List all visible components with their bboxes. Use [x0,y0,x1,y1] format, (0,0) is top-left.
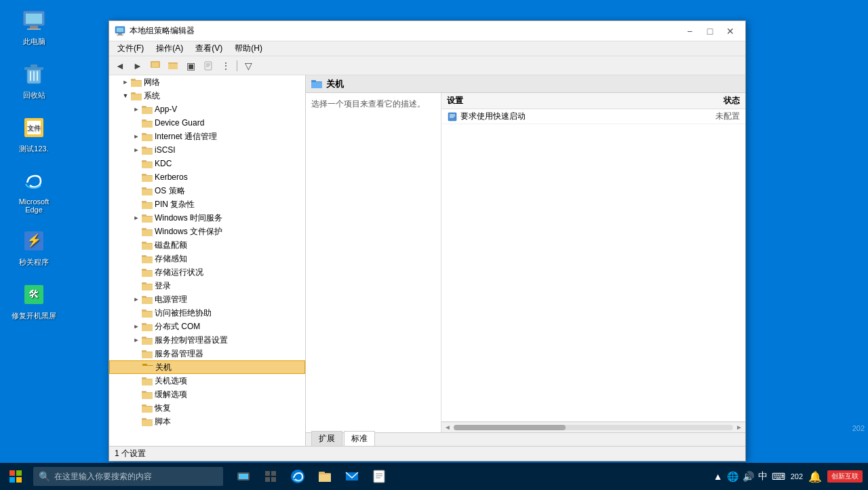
tree-item-troubleshoot[interactable]: ► 缓解选项 [109,388,305,401]
tree-item-winfileprotect[interactable]: ► Windows 文件保护 [109,225,305,238]
forward-button[interactable]: ► [130,58,146,73]
tree-label-restore-item: 恢复 [155,402,171,414]
menu-view[interactable]: 查看(V) [190,41,228,56]
expander-network[interactable]: ► [120,77,131,88]
tree-item-diskquota[interactable]: ► 磁盘配额 [109,238,305,252]
menu-file[interactable]: 文件(F) [112,41,149,56]
back-button[interactable]: ◄ [112,58,128,73]
taskbar-icon-view[interactable] [258,463,283,490]
tree-item-shutdownopt[interactable]: ► 关机选项 [109,374,305,388]
folder-icon-shutdownopt [142,376,153,385]
svg-rect-41 [142,119,146,121]
tree-item-ospolicy[interactable]: ► OS 策略 [109,184,305,197]
tree-item-network[interactable]: ► 网络 [109,75,305,89]
minimize-button[interactable]: − [680,24,699,38]
taskbar-icon-edge[interactable] [285,463,310,490]
tree-item-login[interactable]: ► 登录 [109,279,305,293]
keyboard-icon[interactable]: ⌨ [772,471,785,482]
maximize-button[interactable]: □ [701,24,719,38]
tree-item-iscsi[interactable]: ► iSCSI [109,143,305,157]
tree-item-restore-item[interactable]: ► 恢复 [109,401,305,415]
taskbar-icon-explorer[interactable] [313,463,337,490]
expander-internet[interactable]: ► [131,131,142,142]
tree-item-accessdenied[interactable]: ► 访问被拒绝协助 [109,306,305,320]
menu-action[interactable]: 操作(A) [151,41,189,56]
folder-icon-scripts [142,417,153,426]
tree-item-distcom[interactable]: ► 分布式 COM [109,320,305,333]
tab-standard[interactable]: 标准 [344,431,375,446]
right-header-folder-icon [311,79,322,90]
expander-system[interactable]: ▼ [120,90,131,101]
folder-icon-appv [142,105,153,114]
folder-icon-iscsi [142,145,153,155]
svg-rect-20 [118,33,122,35]
tree-item-shutdown[interactable]: ► 关机 [109,360,305,374]
network-icon[interactable]: 🌐 [727,471,738,482]
desktop-icon-edge[interactable]: Microsoft Edge [10,168,58,214]
folder-icon-shutdown [142,362,153,372]
tree-item-pin[interactable]: ► PIN 复杂性 [109,197,305,211]
window-controls: − □ ✕ [680,24,740,38]
taskbar-search[interactable]: 🔍 在这里输入你要搜索的内容 [33,467,223,486]
start-button[interactable] [0,463,31,490]
folder-button[interactable] [165,58,181,73]
tab-expand[interactable]: 扩展 [311,431,342,446]
tree-item-deviceguard[interactable]: ► Device Guard [109,116,305,130]
close-button[interactable]: ✕ [721,24,740,38]
expander-powermgmt[interactable]: ► [131,294,142,305]
hscroll-thumb[interactable] [454,425,566,430]
menu-help[interactable]: 帮助(H) [229,41,268,56]
ime-icon[interactable]: 中 [758,470,768,483]
tree-item-system[interactable]: ▼ 系统 [109,89,305,102]
taskbar-icon-task[interactable] [231,463,256,490]
desktop-icon-test[interactable]: 文件 测试123. [10,114,58,154]
taskbar-icon-mail[interactable] [340,463,364,490]
view-button[interactable]: ⋮ [218,58,234,73]
hscroll-track[interactable] [454,425,733,430]
desktop-icon-recycle-bin[interactable]: 回收站 [10,60,58,100]
tree-label-scripts: 脚本 [155,416,171,428]
tree-item-storagerun[interactable]: ► 存储运行状况 [109,265,305,279]
desktop-icon-restore[interactable]: 🛠 修复开机黑屏 [10,281,58,321]
filter-button[interactable]: ▽ [240,58,256,73]
tree-item-internet[interactable]: ► Internet 通信管理 [109,130,305,143]
tree-item-storagesense[interactable]: ► 存储感知 [109,252,305,265]
svg-rect-87 [142,325,153,331]
expander-wintimesvc[interactable]: ► [131,212,142,223]
tree-item-scm[interactable]: ► 服务控制管理器设置 [109,333,305,347]
settings-row-0[interactable]: 要求使用快速启动 未配置 [441,109,745,124]
properties-button[interactable] [200,58,216,73]
expander-iscsi[interactable]: ► [131,145,142,155]
export-button[interactable]: ▣ [182,58,199,73]
folder-icon-wintimesvc [142,213,153,223]
folder-icon-scm [142,335,153,345]
svg-rect-57 [142,189,153,195]
svg-rect-110 [311,80,316,82]
hscroll-bar[interactable]: ◄ ► [441,421,745,432]
desktop-icon-this-pc[interactable]: 此电脑 [10,7,58,47]
tree-label-diskquota: 磁盘配额 [155,240,187,251]
chevron-icon[interactable]: ▲ [713,471,723,482]
tree-item-kdc[interactable]: ► KDC [109,157,305,170]
right-panel: 关机 选择一个项目来查看它的描述。 设置 状态 [306,75,745,446]
tree-item-kerberos[interactable]: ► Kerberos [109,170,305,184]
folder-icon-login [142,281,153,290]
tree-item-wintimesvc[interactable]: ► Windows 时间服务 [109,211,305,225]
tree-item-scripts[interactable]: ► 脚本 [109,415,305,428]
svg-rect-118 [9,477,15,483]
notification-icon[interactable]: 🔔 [808,470,822,483]
up-button[interactable] [147,58,163,73]
svg-rect-84 [142,312,153,318]
tree-item-powermgmt[interactable]: ► 电源管理 [109,293,305,306]
taskbar-icon-notepad[interactable] [367,463,391,490]
tree-label-accessdenied: 访问被拒绝协助 [155,307,212,319]
tree-item-appv[interactable]: ► App-V [109,102,305,116]
volume-icon[interactable]: 🔊 [743,471,754,482]
tree-item-svcmgr[interactable]: ► 服务器管理器 [109,347,305,360]
window-icon [115,26,125,37]
desktop-icon-shortcut[interactable]: ⚡ 秒关程序 [10,227,58,267]
svg-rect-27 [205,62,212,70]
expander-distcom[interactable]: ► [131,321,142,332]
expander-scm[interactable]: ► [131,335,142,345]
expander-appv[interactable]: ► [131,104,142,115]
